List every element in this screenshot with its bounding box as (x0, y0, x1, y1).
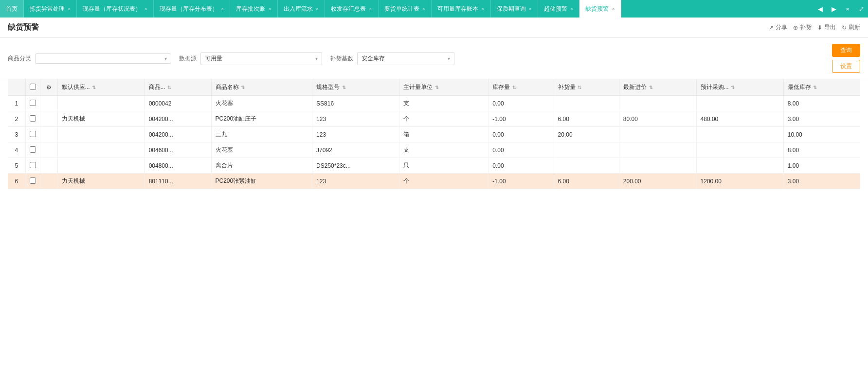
tab-close-available-ledger[interactable]: × (481, 6, 484, 12)
tab-prev-button[interactable]: ◀ (814, 0, 827, 18)
column-header-min_stock[interactable]: 最低库存 ⇅ (783, 79, 860, 96)
tab-stock-dist[interactable]: 现存量（库存分布表）× (154, 0, 230, 18)
tab-close-collect-summary[interactable]: × (369, 6, 372, 12)
category-label: 商品分类 (8, 54, 31, 63)
tab-close-batch-account[interactable]: × (268, 6, 271, 12)
table-row: 6力天机械801110...PC200张紧油缸123个-1.006.00200.… (8, 174, 860, 189)
cell-est_purchase (696, 158, 783, 174)
column-header-spec[interactable]: 规格型号 ⇅ (312, 79, 399, 96)
replenish-icon: ⊕ (793, 24, 798, 31)
tab-available-ledger[interactable]: 可用量库存账本× (432, 0, 490, 18)
table-row: 10000042火花塞SS816支0.008.00 (8, 96, 860, 111)
row-checkbox[interactable] (30, 177, 36, 184)
tab-close-shortage[interactable]: × (612, 6, 615, 12)
select-all-checkbox[interactable] (30, 84, 36, 90)
column-header-stock[interactable]: 库存量 ⇅ (488, 79, 554, 96)
tab-next-button[interactable]: ▶ (827, 0, 841, 18)
cell-product_name: 火花塞 (211, 96, 312, 111)
column-header-replenish_qty[interactable]: 补货量 ⇅ (554, 79, 619, 96)
column-header-settings[interactable]: ⚙ (40, 79, 57, 96)
page-header: 缺货预警 ↗ 分享 ⊕ 补货 ⬇ 导出 ↻ 刷新 (0, 18, 868, 38)
sort-icon-est_purchase: ⇅ (730, 85, 735, 90)
share-button[interactable]: ↗ 分享 (769, 23, 787, 32)
cell-num: 2 (8, 111, 25, 127)
cell-replenish_qty: 20.00 (554, 127, 619, 142)
tab-close-stock-dist[interactable]: × (221, 6, 224, 12)
cell-latest_price (619, 142, 696, 158)
column-header-latest_price[interactable]: 最新进价 ⇅ (619, 79, 696, 96)
tab-stock-status[interactable]: 现存量（库存状况表）× (77, 0, 153, 18)
tab-home[interactable]: 首页 (0, 0, 24, 18)
query-button[interactable]: 查询 (832, 44, 860, 57)
cell-num: 6 (8, 174, 25, 189)
sort-icon-stock: ⇅ (511, 85, 516, 90)
datasource-select[interactable]: 可用量 ▾ (200, 52, 322, 65)
refresh-button[interactable]: ↻ 刷新 (842, 23, 860, 32)
tab-shortage[interactable]: 缺货预警× (579, 0, 621, 18)
cell-est_purchase: 1200.00 (696, 174, 783, 189)
column-header-product_code[interactable]: 商品... ⇅ (145, 79, 211, 96)
row-checkbox[interactable] (30, 115, 36, 122)
cell-settings (40, 111, 57, 127)
cell-replenish_qty (554, 96, 619, 111)
cell-check (25, 174, 40, 189)
column-header-product_name[interactable]: 商品名称 ⇅ (211, 79, 312, 96)
tab-refine-anomaly[interactable]: 拣货异常处理× (24, 0, 77, 18)
tab-in-out-flow[interactable]: 出入库流水× (278, 0, 325, 18)
category-select[interactable]: ▾ (35, 53, 171, 64)
tab-overstock[interactable]: 超储预警× (538, 0, 579, 18)
replenish-base-label: 补货基数 (330, 54, 353, 63)
cell-est_purchase: 480.00 (696, 111, 783, 127)
cell-min_stock: 8.00 (783, 142, 860, 158)
tab-close-refine-anomaly[interactable]: × (68, 6, 71, 12)
sort-icon-unit: ⇅ (434, 85, 439, 90)
row-checkbox[interactable] (30, 100, 36, 106)
cell-stock: 0.00 (488, 127, 554, 142)
column-header-est_purchase[interactable]: 预计采购... ⇅ (696, 79, 783, 96)
table-settings-icon[interactable]: ⚙ (46, 84, 52, 91)
cell-latest_price (619, 127, 696, 142)
page-title: 缺货预警 (8, 22, 39, 33)
tab-fullscreen-button[interactable]: ⤢ (854, 0, 868, 18)
cell-replenish_qty (554, 142, 619, 158)
settings-button[interactable]: 设置 (832, 60, 860, 73)
tab-batch-account[interactable]: 库存批次账× (230, 0, 277, 18)
category-filter-group: 商品分类 ▾ (8, 53, 171, 64)
tab-order-stats[interactable]: 要货单统计表× (379, 0, 432, 18)
tab-close-overstock[interactable]: × (570, 6, 573, 12)
row-checkbox[interactable] (30, 162, 36, 168)
filter-actions: 查询 设置 (832, 44, 860, 73)
datasource-select-value: 可用量 (205, 54, 222, 63)
tab-close-all-button[interactable]: × (841, 0, 854, 18)
tab-expiry-query[interactable]: 保质期查询× (491, 0, 538, 18)
cell-unit: 箱 (399, 127, 488, 142)
tab-close-in-out-flow[interactable]: × (316, 6, 319, 12)
export-icon: ⬇ (817, 24, 822, 31)
table-row: 2力天机械004200...PC200油缸庄子123个-1.006.0080.0… (8, 111, 860, 127)
cell-check (25, 96, 40, 111)
replenish-base-select[interactable]: 安全库存 ▾ (357, 52, 454, 65)
header-actions: ↗ 分享 ⊕ 补货 ⬇ 导出 ↻ 刷新 (769, 23, 860, 32)
column-header-supplier[interactable]: 默认供应... ⇅ (57, 79, 145, 96)
cell-num: 3 (8, 127, 25, 142)
column-header-unit[interactable]: 主计量单位 ⇅ (399, 79, 488, 96)
tab-close-stock-status[interactable]: × (144, 6, 147, 12)
table-header: ⚙默认供应... ⇅商品... ⇅商品名称 ⇅规格型号 ⇅主计量单位 ⇅库存量 … (8, 79, 860, 96)
page-content: 缺货预警 ↗ 分享 ⊕ 补货 ⬇ 导出 ↻ 刷新 商品分类 (0, 18, 868, 387)
row-checkbox[interactable] (30, 146, 36, 153)
cell-spec: DS250*23c... (312, 158, 399, 174)
cell-product_name: 三九 (211, 127, 312, 142)
row-checkbox[interactable] (30, 131, 36, 137)
replenish-base-select-value: 安全库存 (362, 54, 385, 63)
cell-est_purchase (696, 127, 783, 142)
tab-close-expiry-query[interactable]: × (529, 6, 532, 12)
cell-min_stock: 3.00 (783, 174, 860, 189)
tab-collect-summary[interactable]: 收发存汇总表× (325, 0, 378, 18)
replenish-button[interactable]: ⊕ 补货 (793, 23, 812, 32)
filter-bar: 商品分类 ▾ 数据源 可用量 ▾ 补货基数 安全库存 ▾ 查询 设置 (0, 38, 868, 79)
export-button[interactable]: ⬇ 导出 (817, 23, 836, 32)
cell-spec: 123 (312, 127, 399, 142)
cell-stock: 0.00 (488, 96, 554, 111)
cell-check (25, 111, 40, 127)
tab-close-order-stats[interactable]: × (422, 6, 425, 12)
